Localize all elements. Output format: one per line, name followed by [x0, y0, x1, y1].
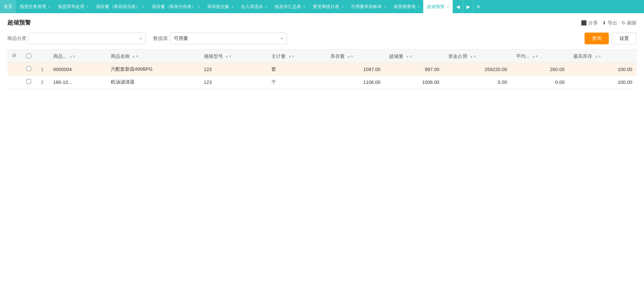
close-icon[interactable]: × [87, 5, 89, 9]
datasource-select-value: 可用量 [174, 35, 188, 42]
category-select[interactable]: ▾ [29, 33, 146, 44]
close-icon[interactable]: × [142, 5, 144, 9]
close-icon[interactable]: × [265, 5, 267, 9]
nav-item-batch-account[interactable]: 库存批次账 × [204, 0, 237, 13]
filter-actions: 查询 设置 [585, 33, 637, 44]
table-row: 2 186-10... 机油滤清器 123 个 1106.00 1006.00 … [7, 76, 637, 89]
settings-button[interactable]: 设置 [612, 33, 637, 44]
nav-item-overstock-warning[interactable]: 超储预警 × [423, 0, 453, 13]
row-over-stock: 997.00 [385, 63, 444, 76]
row-avg-price: 0.00 [512, 76, 569, 89]
datasource-select[interactable]: 可用量 ▾ [170, 33, 287, 44]
category-label: 商品分类 [7, 35, 26, 42]
th-row-num [36, 50, 49, 63]
sort-icon: ▲▼ [470, 55, 476, 58]
main-content: 超储预警 ⬛ 分享 ⬇ 导出 ↻ 刷新 商品分类 ▾ 数据源 [0, 13, 644, 293]
th-checkbox [22, 50, 36, 63]
sort-icon: ▲▼ [132, 55, 139, 58]
nav-item-inout-flow[interactable]: 出入库流水 × [237, 0, 271, 13]
th-over-stock[interactable]: 超储量 ▲▼ [385, 50, 444, 63]
close-icon[interactable]: × [341, 5, 344, 9]
nav-item-available-account[interactable]: 可用量库存账本 × [347, 0, 390, 13]
th-product-name[interactable]: 商品名称 ▲▼ [106, 50, 200, 63]
top-navigation: 首页 拣货任务管理 × 拣货异常处理 × 现存量（库存状况表） × 现存量（库存… [0, 0, 644, 13]
close-icon[interactable]: × [418, 5, 420, 9]
gear-icon[interactable] [12, 53, 18, 59]
row-unit: 套 [267, 63, 326, 76]
nav-item-receipt-summary[interactable]: 收发存汇总表 × [271, 0, 309, 13]
chevron-down-icon: ▾ [140, 36, 142, 41]
nav-item-stock-dist[interactable]: 现存量（库存分布表） × [148, 0, 204, 13]
th-stock[interactable]: 库存量 ▲▼ [326, 50, 385, 63]
nav-arrow-left[interactable]: ◀ [453, 0, 463, 13]
close-icon[interactable]: × [48, 5, 51, 9]
close-icon[interactable]: × [231, 5, 234, 9]
row-spec: 123 [200, 76, 267, 89]
row-avg-price: 260.00 [512, 63, 569, 76]
filter-row: 商品分类 ▾ 数据源 可用量 ▾ 查询 设置 [7, 33, 637, 44]
export-button[interactable]: ⬇ 导出 [602, 20, 617, 26]
sort-icon: ▲▼ [347, 55, 354, 58]
th-capital[interactable]: 资金占用 ▲▼ [444, 50, 512, 63]
nav-item-pick-task[interactable]: 拣货任务管理 × [16, 0, 54, 13]
row-product-name: 机油滤清器 [106, 76, 200, 89]
row-capital-occupied: 259220.00 [444, 63, 512, 76]
nav-item-order-stats[interactable]: 要货单统计表 × [309, 0, 347, 13]
row-over-stock: 1006.00 [385, 76, 444, 89]
share-button[interactable]: ⬛ 分享 [581, 20, 598, 26]
chevron-down-icon: ▾ [281, 36, 283, 41]
nav-item-home[interactable]: 首页 [0, 0, 16, 13]
row-max-stock: 100.00 [569, 76, 637, 89]
row-checkbox-cell [22, 63, 36, 76]
row-capital-occupied: 0.00 [444, 76, 512, 89]
sort-icon: ▲▼ [288, 55, 295, 58]
category-filter: 商品分类 ▾ [7, 33, 146, 44]
datasource-filter: 数据源 可用量 ▾ [153, 33, 287, 44]
row-checkbox[interactable] [26, 66, 31, 71]
row-number: 2 [36, 76, 49, 89]
th-gear [7, 50, 22, 63]
row-checkbox[interactable] [26, 79, 31, 84]
row-stock: 1097.00 [326, 63, 385, 76]
close-icon[interactable]: × [447, 5, 449, 9]
select-all-checkbox[interactable] [26, 53, 31, 58]
th-max-stock[interactable]: 最高库存 ▲▼ [569, 50, 637, 63]
row-product-name: 六配套新昌490BPG [106, 63, 200, 76]
row-checkbox-cell [22, 76, 36, 89]
row-number: 1 [36, 63, 49, 76]
th-spec[interactable]: 规格型号 ▲▼ [200, 50, 267, 63]
row-product-code: 0000004 [49, 63, 106, 76]
share-icon: ⬛ [581, 20, 587, 26]
query-button[interactable]: 查询 [585, 33, 609, 44]
row-gear-cell [7, 63, 22, 76]
row-max-stock: 100.00 [569, 63, 637, 76]
row-unit: 个 [267, 76, 326, 89]
page-header: 超储预警 ⬛ 分享 ⬇ 导出 ↻ 刷新 [7, 19, 637, 27]
sort-icon: ▲▼ [532, 55, 538, 58]
sort-icon: ▲▼ [595, 55, 601, 58]
row-product-code: 186-10... [49, 76, 106, 89]
th-avg-price[interactable]: 平均... ▲▼ [512, 50, 569, 63]
row-spec: 123 [200, 63, 267, 76]
export-icon: ⬇ [602, 20, 606, 26]
close-icon[interactable]: × [303, 5, 305, 9]
nav-item-pick-exception[interactable]: 拣货异常处理 × [54, 0, 92, 13]
nav-item-stock-status[interactable]: 现存量（库存状况表） × [92, 0, 148, 13]
sort-icon: ▲▼ [225, 55, 232, 58]
close-icon[interactable]: × [384, 5, 386, 9]
th-product-code[interactable]: 商品... ▲▼ [49, 50, 106, 63]
nav-item-shelf-life[interactable]: 保质期查询 × [390, 0, 424, 13]
row-gear-cell [7, 76, 22, 89]
row-stock: 1106.00 [326, 76, 385, 89]
nav-arrow-right[interactable]: ▶ [463, 0, 473, 13]
nav-arrow-close[interactable]: ✕ [473, 0, 483, 13]
sort-icon: ▲▼ [406, 55, 413, 58]
header-actions: ⬛ 分享 ⬇ 导出 ↻ 刷新 [581, 20, 637, 26]
table-header-row: 商品... ▲▼ 商品名称 ▲▼ 规格型号 ▲▼ 主计量 ▲▼ 库存量 ▲▼ [7, 50, 637, 63]
datasource-label: 数据源 [153, 35, 168, 42]
data-table: 商品... ▲▼ 商品名称 ▲▼ 规格型号 ▲▼ 主计量 ▲▼ 库存量 ▲▼ [7, 49, 637, 89]
refresh-button[interactable]: ↻ 刷新 [622, 20, 637, 26]
th-unit[interactable]: 主计量 ▲▼ [267, 50, 326, 63]
page-title: 超储预警 [7, 19, 31, 27]
close-icon[interactable]: × [198, 5, 200, 9]
